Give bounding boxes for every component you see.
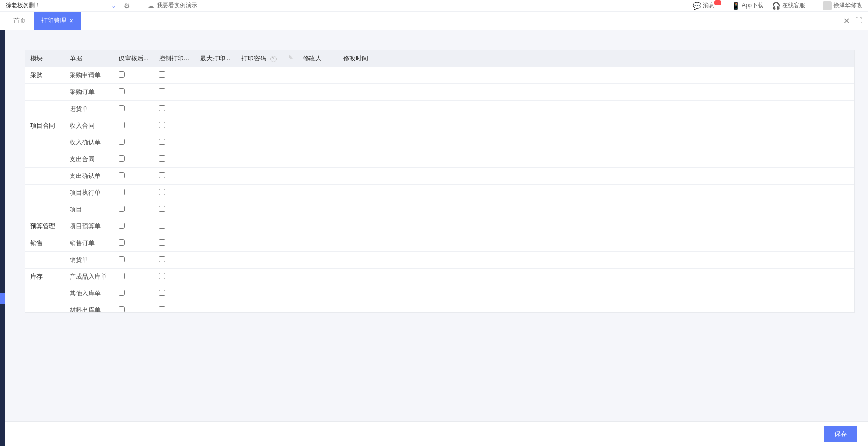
audit-only-checkbox[interactable] [119, 189, 125, 195]
audit-only-checkbox[interactable] [119, 306, 125, 312]
audit-only-checkbox[interactable] [119, 239, 125, 246]
control-print-checkbox[interactable] [159, 290, 165, 296]
control-print-checkbox[interactable] [159, 273, 165, 279]
headset-icon: 🎧 [772, 2, 780, 10]
cell-doc: 项目 [65, 201, 114, 218]
table-row: 销货单 [25, 252, 854, 269]
cell-modify-time [338, 218, 854, 235]
user-name: 徐泽华修改 [833, 1, 862, 10]
cell-audit-only [114, 235, 154, 252]
cell-doc: 其他入库单 [65, 285, 114, 302]
control-print-checkbox[interactable] [159, 105, 165, 111]
cell-print-pwd [237, 117, 298, 134]
control-print-checkbox[interactable] [159, 172, 165, 178]
cell-doc: 项目执行单 [65, 185, 114, 201]
table-row: 进货单 [25, 101, 854, 117]
cell-audit-only [114, 67, 154, 84]
audit-only-checkbox[interactable] [119, 223, 125, 229]
audit-only-checkbox[interactable] [119, 172, 125, 178]
control-print-checkbox[interactable] [159, 306, 165, 312]
tab-print-management[interactable]: 打印管理 ✕ [34, 12, 81, 30]
sidebar-collapsed[interactable] [0, 12, 5, 446]
th-module: 模块 [25, 50, 65, 67]
audit-only-checkbox[interactable] [119, 88, 125, 94]
audit-only-checkbox[interactable] [119, 256, 125, 262]
online-service-link[interactable]: 🎧 在线客服 [772, 1, 805, 10]
control-print-checkbox[interactable] [159, 189, 165, 195]
top-bar: 徐老板勿删！ ⌄ ⚙ ☁ 我要看实例演示 💬 消息 📱 App下载 🎧 在线客服… [0, 0, 868, 12]
control-print-checkbox[interactable] [159, 223, 165, 229]
audit-only-checkbox[interactable] [119, 155, 125, 162]
print-settings-table: 模块 单据 仅审核后... 控制打印... 最大打印... 打印密码 ? ✎ 修… [25, 50, 854, 312]
fullscreen-icon[interactable]: ⛶ [856, 17, 862, 24]
cell-audit-only [114, 252, 154, 269]
save-button[interactable]: 保存 [824, 426, 857, 442]
audit-only-checkbox[interactable] [119, 71, 125, 78]
app-download-link[interactable]: 📱 App下载 [732, 1, 763, 10]
cell-module [25, 252, 65, 269]
demo-link[interactable]: ☁ 我要看实例演示 [147, 1, 197, 10]
cell-audit-only [114, 101, 154, 117]
cell-audit-only [114, 302, 154, 313]
cell-print-pwd [237, 235, 298, 252]
cell-max-print [195, 168, 237, 185]
cell-module: 库存 [25, 269, 65, 285]
help-icon[interactable]: ? [270, 56, 277, 62]
control-print-checkbox[interactable] [159, 122, 165, 128]
close-icon[interactable]: ✕ [69, 18, 73, 24]
cell-audit-only [114, 269, 154, 285]
audit-only-checkbox[interactable] [119, 105, 125, 111]
sidebar-active-indicator [0, 293, 5, 304]
table-row: 材料出库单 [25, 302, 854, 313]
tabs-bar: 首页 打印管理 ✕ ✕ ⛶ [0, 12, 868, 30]
cell-audit-only [114, 201, 154, 218]
cell-modify-time [338, 269, 854, 285]
cell-print-pwd [237, 185, 298, 201]
cell-control-print [154, 117, 195, 134]
audit-only-checkbox[interactable] [119, 139, 125, 145]
cell-modify-time [338, 252, 854, 269]
control-print-checkbox[interactable] [159, 71, 165, 78]
messages-label: 消息 [703, 1, 714, 10]
cell-audit-only [114, 134, 154, 151]
cell-doc: 产成品入库单 [65, 269, 114, 285]
cell-max-print [195, 185, 237, 201]
edit-icon[interactable]: ✎ [288, 54, 293, 61]
control-print-checkbox[interactable] [159, 206, 165, 212]
user-menu[interactable]: 徐泽华修改 [823, 1, 862, 10]
close-all-icon[interactable]: ✕ [844, 16, 850, 25]
chevron-down-icon[interactable]: ⌄ [111, 2, 116, 9]
th-print-pwd-label: 打印密码 [241, 55, 266, 62]
cell-modifier [298, 201, 338, 218]
control-print-checkbox[interactable] [159, 239, 165, 246]
cell-control-print [154, 134, 195, 151]
cell-max-print [195, 269, 237, 285]
control-print-checkbox[interactable] [159, 88, 165, 94]
cell-modifier [298, 101, 338, 117]
cell-audit-only [114, 151, 154, 168]
cell-control-print [154, 168, 195, 185]
table-row: 支出确认单 [25, 168, 854, 185]
audit-only-checkbox[interactable] [119, 273, 125, 279]
table-scroll[interactable]: 模块 单据 仅审核后... 控制打印... 最大打印... 打印密码 ? ✎ 修… [25, 50, 854, 312]
audit-only-checkbox[interactable] [119, 290, 125, 296]
table-row: 项目 [25, 201, 854, 218]
control-print-checkbox[interactable] [159, 155, 165, 162]
audit-only-checkbox[interactable] [119, 122, 125, 128]
cell-print-pwd [237, 269, 298, 285]
cell-modifier [298, 168, 338, 185]
table-row: 收入确认单 [25, 134, 854, 151]
control-print-checkbox[interactable] [159, 256, 165, 262]
tab-home-label: 首页 [13, 16, 26, 25]
cell-control-print [154, 252, 195, 269]
control-print-checkbox[interactable] [159, 139, 165, 145]
th-control-print: 控制打印... [154, 50, 195, 67]
tab-home[interactable]: 首页 [6, 12, 34, 30]
cell-max-print [195, 84, 237, 101]
company-selector[interactable]: 徐老板勿删！ [6, 1, 40, 10]
cell-print-pwd [237, 67, 298, 84]
messages-link[interactable]: 💬 消息 [693, 1, 723, 10]
audit-only-checkbox[interactable] [119, 206, 125, 212]
th-print-pwd: 打印密码 ? ✎ [237, 50, 298, 67]
gear-icon[interactable]: ⚙ [124, 2, 130, 10]
